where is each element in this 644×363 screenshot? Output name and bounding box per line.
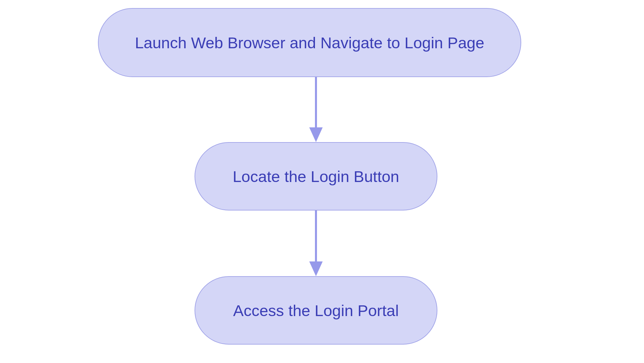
flow-node-launch-browser: Launch Web Browser and Navigate to Login… — [98, 8, 521, 77]
svg-marker-3 — [309, 261, 323, 276]
flow-node-locate-login: Locate the Login Button — [195, 142, 437, 210]
flow-node-label: Access the Login Portal — [233, 301, 399, 320]
arrow-icon — [302, 210, 330, 277]
flow-node-label: Locate the Login Button — [233, 167, 399, 186]
flow-node-label: Launch Web Browser and Navigate to Login… — [135, 34, 484, 52]
arrow-icon — [302, 77, 330, 143]
flow-node-access-portal: Access the Login Portal — [195, 276, 437, 345]
svg-marker-1 — [309, 127, 323, 142]
